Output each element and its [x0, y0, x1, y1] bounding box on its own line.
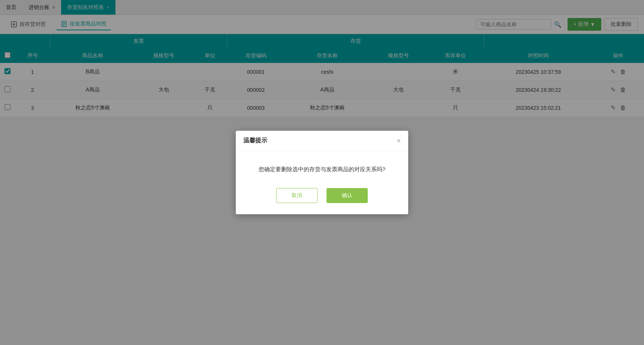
dialog-overlay: 温馨提示 × 您确定要删除选中的存货与发票商品的对应关系吗? 取消 确认	[0, 0, 644, 117]
